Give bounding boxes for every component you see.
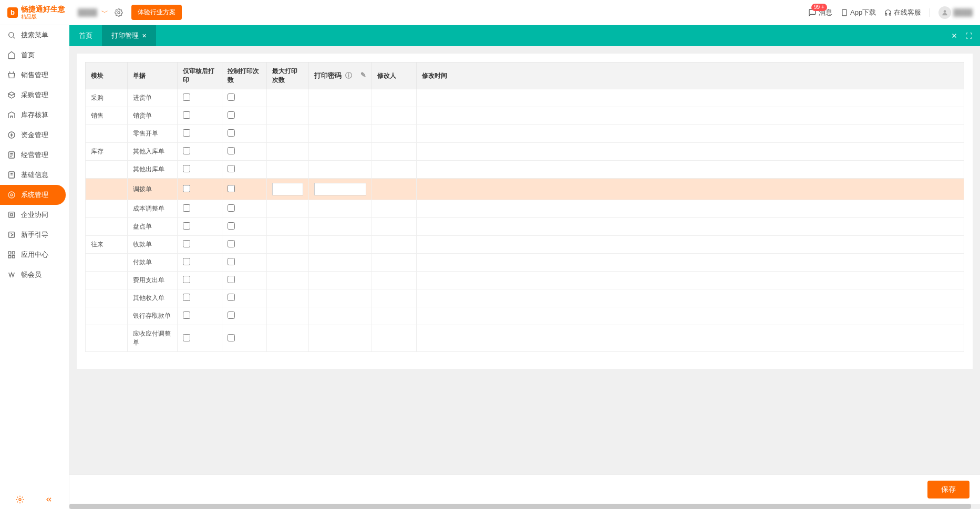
help-icon[interactable]: ⓘ bbox=[345, 71, 352, 79]
main: 首页打印管理✕ 模块单据仅审核后打印控制打印次数最大打印次数打印密码 ⓘ✎修改人… bbox=[69, 25, 980, 509]
fullscreen-icon[interactable] bbox=[965, 32, 973, 39]
table-row[interactable]: 其他收入单 bbox=[86, 289, 964, 307]
sidebar-item-label: 采购管理 bbox=[21, 90, 48, 100]
cell-doc: 销货单 bbox=[128, 107, 178, 125]
checkbox-control-count[interactable] bbox=[228, 334, 235, 341]
cell-modifier bbox=[372, 161, 417, 179]
cell-modifier bbox=[372, 143, 417, 161]
cell-max-print bbox=[267, 289, 309, 307]
close-icon[interactable]: ✕ bbox=[142, 33, 147, 39]
sidebar-footer bbox=[0, 490, 69, 509]
tab-打印管理[interactable]: 打印管理✕ bbox=[102, 25, 156, 46]
report-icon bbox=[7, 151, 16, 159]
sidebar-item-system[interactable]: 系统管理 bbox=[0, 185, 66, 205]
save-button[interactable]: 保存 bbox=[927, 481, 969, 498]
table-row[interactable]: 往来收款单 bbox=[86, 236, 964, 254]
checkbox-audit-only[interactable] bbox=[183, 147, 190, 154]
cell-max-print bbox=[267, 307, 309, 325]
sidebar: 搜索菜单首页销售管理采购管理库存核算资金管理经营管理基础信息系统管理企业协同新手… bbox=[0, 25, 69, 509]
checkbox-control-count[interactable] bbox=[228, 276, 235, 283]
checkbox-audit-only[interactable] bbox=[183, 276, 190, 283]
cell-max-print bbox=[267, 200, 309, 218]
cell-audit-only bbox=[178, 179, 222, 200]
sidebar-item-search[interactable]: 搜索菜单 bbox=[0, 25, 69, 45]
tab-label: 打印管理 bbox=[111, 31, 139, 40]
checkbox-control-count[interactable] bbox=[228, 94, 235, 101]
table-row[interactable]: 成本调整单 bbox=[86, 200, 964, 218]
close-all-tabs-icon[interactable] bbox=[951, 32, 958, 39]
trial-industry-button[interactable]: 体验行业方案 bbox=[131, 5, 182, 20]
cell-password bbox=[309, 125, 372, 143]
sidebar-item-team[interactable]: 企业协同 bbox=[0, 205, 69, 225]
checkbox-control-count[interactable] bbox=[228, 165, 235, 172]
cell-doc: 盘点单 bbox=[128, 218, 178, 236]
sidebar-item-box[interactable]: 采购管理 bbox=[0, 85, 69, 105]
sidebar-item-money[interactable]: 资金管理 bbox=[0, 125, 69, 145]
checkbox-audit-only[interactable] bbox=[183, 129, 190, 137]
cell-modifier bbox=[372, 89, 417, 107]
cell-audit-only bbox=[178, 200, 222, 218]
tenant-selector[interactable]: ████ ﹀ bbox=[78, 8, 123, 17]
user-name: ████ bbox=[953, 8, 973, 16]
checkbox-audit-only[interactable] bbox=[183, 185, 190, 192]
table-row[interactable]: 采购进货单 bbox=[86, 89, 964, 107]
table-row[interactable]: 调拨单 bbox=[86, 179, 964, 200]
table-row[interactable]: 费用支出单 bbox=[86, 272, 964, 289]
sidebar-item-guide[interactable]: 新手引导 bbox=[0, 225, 69, 245]
checkbox-control-count[interactable] bbox=[228, 129, 235, 137]
checkbox-control-count[interactable] bbox=[228, 294, 235, 301]
sidebar-item-apps[interactable]: 应用中心 bbox=[0, 245, 69, 265]
cell-doc: 收款单 bbox=[128, 236, 178, 254]
table-row[interactable]: 付款单 bbox=[86, 254, 964, 272]
table-row[interactable]: 零售开单 bbox=[86, 125, 964, 143]
app-download-link[interactable]: App下载 bbox=[841, 8, 876, 17]
horizontal-scrollbar[interactable] bbox=[69, 504, 980, 509]
sidebar-item-home[interactable]: 首页 bbox=[0, 45, 69, 65]
tab-首页[interactable]: 首页 bbox=[69, 25, 102, 46]
cell-doc: 费用支出单 bbox=[128, 272, 178, 289]
table-row[interactable]: 销售销货单 bbox=[86, 107, 964, 125]
cell-module bbox=[86, 161, 128, 179]
checkbox-control-count[interactable] bbox=[228, 222, 235, 230]
sidebar-item-label: 搜索菜单 bbox=[21, 30, 48, 40]
checkbox-control-count[interactable] bbox=[228, 258, 235, 265]
sidebar-item-report[interactable]: 经营管理 bbox=[0, 145, 69, 165]
collapse-sidebar-icon[interactable] bbox=[45, 495, 53, 504]
checkbox-audit-only[interactable] bbox=[183, 204, 190, 212]
online-service-link[interactable]: 在线客服 bbox=[884, 8, 921, 17]
edit-icon[interactable]: ✎ bbox=[360, 71, 366, 79]
checkbox-audit-only[interactable] bbox=[183, 240, 190, 247]
checkbox-audit-only[interactable] bbox=[183, 294, 190, 301]
table-row[interactable]: 银行存取款单 bbox=[86, 307, 964, 325]
sidebar-item-info[interactable]: 基础信息 bbox=[0, 165, 69, 185]
checkbox-control-count[interactable] bbox=[228, 311, 235, 319]
max-print-input[interactable] bbox=[272, 183, 303, 195]
checkbox-control-count[interactable] bbox=[228, 111, 235, 119]
checkbox-audit-only[interactable] bbox=[183, 311, 190, 319]
checkbox-audit-only[interactable] bbox=[183, 94, 190, 101]
checkbox-audit-only[interactable] bbox=[183, 258, 190, 265]
sidebar-item-warehouse[interactable]: 库存核算 bbox=[0, 105, 69, 125]
checkbox-control-count[interactable] bbox=[228, 185, 235, 192]
cell-modify-time bbox=[417, 179, 964, 200]
checkbox-audit-only[interactable] bbox=[183, 111, 190, 119]
checkbox-audit-only[interactable] bbox=[183, 334, 190, 341]
messages-link[interactable]: 消息 99 + bbox=[808, 8, 832, 17]
settings-icon[interactable] bbox=[16, 495, 24, 504]
cell-max-print bbox=[267, 107, 309, 125]
table-row[interactable]: 盘点单 bbox=[86, 218, 964, 236]
checkbox-control-count[interactable] bbox=[228, 240, 235, 247]
sidebar-item-cart[interactable]: 销售管理 bbox=[0, 65, 69, 85]
content-card: 模块单据仅审核后打印控制打印次数最大打印次数打印密码 ⓘ✎修改人修改时间 采购进… bbox=[77, 54, 973, 369]
sidebar-item-vip[interactable]: 畅会员 bbox=[0, 265, 69, 285]
table-row[interactable]: 应收应付调整单 bbox=[86, 325, 964, 352]
password-input[interactable] bbox=[314, 183, 366, 195]
checkbox-audit-only[interactable] bbox=[183, 165, 190, 172]
checkbox-audit-only[interactable] bbox=[183, 222, 190, 230]
checkbox-control-count[interactable] bbox=[228, 147, 235, 154]
checkbox-control-count[interactable] bbox=[228, 204, 235, 212]
table-row[interactable]: 其他出库单 bbox=[86, 161, 964, 179]
table-row[interactable]: 库存其他入库单 bbox=[86, 143, 964, 161]
gear-icon[interactable] bbox=[115, 8, 123, 17]
user-menu[interactable]: ████ bbox=[938, 6, 973, 19]
